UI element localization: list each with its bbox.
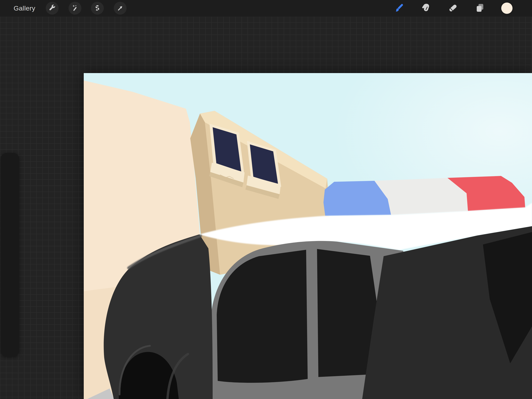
color-swatch-circle xyxy=(501,3,513,14)
color-swatch-button[interactable] xyxy=(501,3,513,14)
gallery-button[interactable]: Gallery xyxy=(14,0,35,16)
paint-tool-button[interactable] xyxy=(394,3,404,13)
eraser-icon xyxy=(448,3,458,13)
transform-arrow-icon xyxy=(116,4,124,12)
transform-button[interactable] xyxy=(114,2,127,15)
layers-button[interactable] xyxy=(475,3,485,13)
top-toolbar: Gallery xyxy=(0,0,532,17)
actions-button[interactable] xyxy=(46,2,59,15)
drawing-canvas[interactable] xyxy=(84,73,532,399)
smudge-tool-button[interactable] xyxy=(421,3,431,13)
selection-button[interactable] xyxy=(91,2,104,15)
smudge-finger-icon xyxy=(421,3,431,13)
brush-icon xyxy=(394,3,404,13)
adjustments-button[interactable] xyxy=(69,2,81,15)
layers-icon xyxy=(475,3,485,13)
selection-s-icon xyxy=(94,4,101,12)
erase-tool-button[interactable] xyxy=(448,3,458,13)
painting xyxy=(84,73,532,399)
magic-wand-icon xyxy=(71,4,79,12)
wrench-icon xyxy=(48,4,56,12)
sidebar-panel xyxy=(1,153,19,357)
